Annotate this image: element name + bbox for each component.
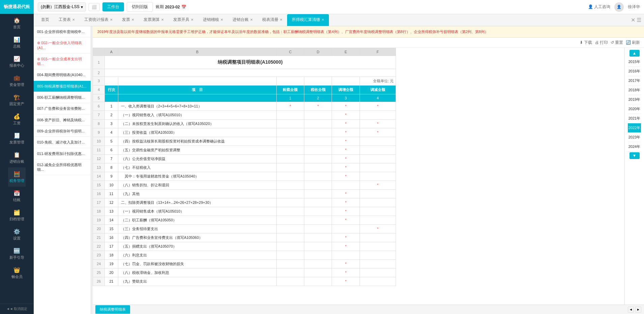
cell-17-4[interactable]	[360, 242, 396, 251]
cell-19-2[interactable]	[304, 259, 332, 268]
cell-4-1[interactable]	[276, 128, 304, 137]
sidebar-item-assets[interactable]: 💼资金管理	[8, 71, 26, 91]
tab-close[interactable]: ✕	[110, 18, 113, 22]
cell-6-3[interactable]: *	[332, 146, 360, 154]
tab-home[interactable]: 首页	[36, 14, 54, 26]
cell-17-1[interactable]	[276, 242, 304, 251]
cell-20-3[interactable]: *	[332, 268, 360, 277]
company-selector[interactable]: (勿删）江西股金-LSS ▾	[38, 2, 86, 11]
cell-3-1[interactable]	[276, 119, 304, 128]
tab-close[interactable]: ✕	[161, 18, 164, 22]
tab-invoice-calc[interactable]: 发票测算✕	[139, 14, 168, 26]
year-item[interactable]: 2016年	[628, 67, 641, 76]
unpin-sidebar[interactable]: ◄◄ 取消固定	[0, 304, 34, 314]
tab-input-tax[interactable]: 进销稽核✕	[198, 14, 228, 26]
service-btn[interactable]: 👤 人工咨询	[588, 4, 610, 10]
cell-1-4[interactable]: *	[360, 102, 396, 111]
year-item[interactable]: 2020年	[628, 104, 641, 114]
sidebar-item-invoice-mgmt[interactable]: 🧾发票管理	[8, 129, 26, 148]
cell-15-2[interactable]	[304, 224, 332, 233]
left-panel-010[interactable]: 010-免税、减计收入及加计...	[34, 137, 91, 148]
sidebar-item-salary[interactable]: 💰工资	[8, 110, 26, 129]
cell-12-4[interactable]	[360, 198, 396, 207]
more-tabs[interactable]: ☰	[637, 17, 641, 23]
cell-13-3[interactable]: *	[332, 207, 360, 216]
sidebar-item-settings[interactable]: ⚙️设置	[8, 225, 26, 244]
cell-16-1[interactable]	[276, 233, 304, 242]
cell-12-2[interactable]	[304, 198, 332, 207]
cell-12-3[interactable]: *	[332, 198, 360, 207]
left-panel-011[interactable]: 011-研发费用加计扣除优惠...	[34, 148, 91, 159]
year-item[interactable]: 2018年	[628, 86, 641, 95]
cell-6-4[interactable]	[360, 146, 396, 154]
tab-tax-clear[interactable]: 税表清册✕	[257, 14, 287, 26]
cell-6-1[interactable]	[276, 146, 304, 154]
tab-close[interactable]: ✕	[191, 18, 193, 22]
cell-21-4[interactable]	[360, 277, 396, 286]
calendar-icon[interactable]: 📅	[181, 5, 186, 9]
cell-18-4[interactable]	[360, 251, 396, 259]
cell-21-1[interactable]	[276, 277, 304, 286]
cell-11-2[interactable]	[304, 189, 332, 198]
cell-18-1[interactable]	[276, 251, 304, 259]
cell-15-1[interactable]	[276, 224, 304, 233]
cell-3-3[interactable]: *	[332, 119, 360, 128]
tab-salary-stats[interactable]: 工资统计报表✕	[80, 14, 117, 26]
cell-2-3[interactable]: *	[332, 111, 360, 119]
cell-21-3[interactable]: *	[332, 277, 360, 286]
reset-btn[interactable]: ↺ 重置	[611, 40, 623, 45]
cell-1-1[interactable]: *	[276, 102, 304, 111]
left-panel-007[interactable]: 007-广告费和业务宣传费附...	[34, 103, 91, 114]
cell-7-4[interactable]	[360, 154, 396, 163]
cell-15-4[interactable]: *	[360, 224, 396, 233]
tab-invoice[interactable]: 发票✕	[117, 14, 139, 26]
cell-4-3[interactable]: *	[332, 128, 360, 137]
cell-16-2[interactable]	[304, 233, 332, 242]
cell-14-4[interactable]	[360, 216, 396, 224]
left-panel-005[interactable]: 005-纳税调整项目明细表(A1...	[34, 81, 91, 92]
cell-6-2[interactable]	[304, 146, 332, 154]
cell-3-2[interactable]	[304, 119, 332, 128]
sidebar-item-archive[interactable]: 🗂️归档管理	[8, 206, 26, 225]
cell-9-3[interactable]: *	[332, 172, 360, 181]
cell-16-4[interactable]	[360, 233, 396, 242]
sidebar-item-input-ledger2[interactable]: 📋进销台账	[8, 148, 26, 167]
cell-7-2[interactable]	[304, 154, 332, 163]
cell-5-3[interactable]: *	[332, 137, 360, 146]
year-nav-up[interactable]: ▲	[630, 50, 640, 57]
left-panel-012[interactable]: 012-减免企业所得税优惠明细...	[34, 159, 91, 176]
tab-input-ledger[interactable]: 进销台账✕	[228, 14, 257, 26]
workspace-btn[interactable]: 工作台	[102, 2, 124, 11]
cell-14-3[interactable]: *	[332, 216, 360, 224]
cell-19-3[interactable]: *	[332, 259, 360, 268]
cell-14-1[interactable]	[276, 216, 304, 224]
cell-5-2[interactable]	[304, 137, 332, 146]
tab-income-tax[interactable]: 所得税汇算清缴✕	[287, 14, 329, 26]
cell-18-2[interactable]	[304, 251, 332, 259]
left-panel-008[interactable]: 008-资产折旧、摊销及纳税...	[34, 115, 91, 126]
cell-1-2[interactable]: *	[304, 102, 332, 111]
cell-17-3[interactable]: *	[332, 242, 360, 251]
cell-17-2[interactable]	[304, 242, 332, 251]
tab-close[interactable]: ✕	[220, 18, 223, 22]
cell-14-2[interactable]	[304, 216, 332, 224]
cell-11-3[interactable]: *	[332, 189, 360, 198]
cell-10-1[interactable]	[276, 181, 304, 189]
cell-4-4[interactable]: *	[360, 128, 396, 137]
left-panel-003[interactable]: ⊗ 003-一般企业成本支出明细...	[34, 54, 91, 70]
year-item[interactable]: 2015年	[628, 57, 641, 67]
cell-11-4[interactable]	[360, 189, 396, 198]
cell-20-1[interactable]	[276, 268, 304, 277]
tab-close[interactable]: ✕	[280, 18, 282, 22]
left-panel-004[interactable]: 004-期间费用明细表(A1040...	[34, 69, 91, 81]
sidebar-item-tax[interactable]: 🧮税务管理	[8, 167, 26, 187]
refresh-btn[interactable]: 🔄 刷新	[626, 40, 640, 45]
cell-13-1[interactable]	[276, 207, 304, 216]
sidebar-item-fixed[interactable]: 🏗️固定资产	[8, 91, 26, 110]
cell-10-3[interactable]	[332, 181, 360, 189]
cell-16-3[interactable]: *	[332, 233, 360, 242]
close-all-tabs[interactable]: ✕	[631, 17, 635, 23]
cell-13-2[interactable]	[304, 207, 332, 216]
year-item[interactable]: 2019年	[628, 95, 641, 104]
cell-2-4[interactable]	[360, 111, 396, 119]
